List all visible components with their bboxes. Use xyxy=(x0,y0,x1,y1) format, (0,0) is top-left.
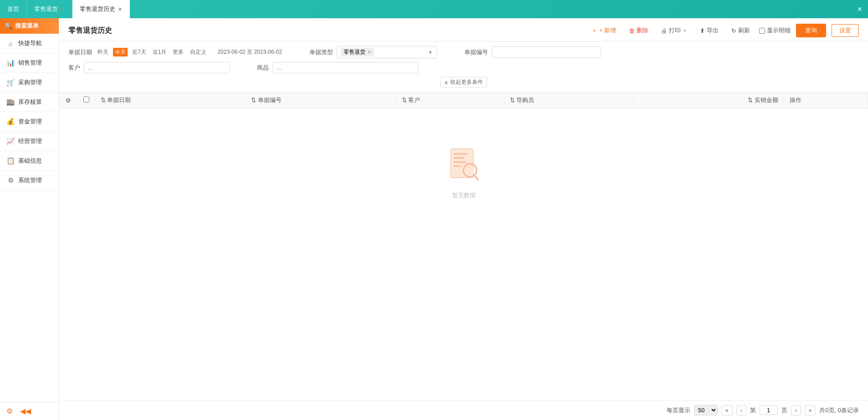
voucher-type-tag-close[interactable]: ✕ xyxy=(367,49,371,55)
basic-info-icon: 📋 xyxy=(6,157,15,165)
tab-retail-return-history[interactable]: 零售退货历史 ✕ xyxy=(72,0,130,18)
svg-point-7 xyxy=(466,166,474,174)
date-more[interactable]: 更多 xyxy=(171,48,185,56)
table-settings-icon[interactable]: ⚙ xyxy=(66,97,71,104)
add-button[interactable]: ＋ + 新增 xyxy=(588,25,620,36)
voucher-number-input[interactable] xyxy=(492,46,601,58)
operation-icon: 📈 xyxy=(6,137,15,145)
tab-retail-return-close[interactable]: ✕ xyxy=(61,6,65,12)
settings-button[interactable]: 设置 xyxy=(832,24,859,37)
pagination-last-btn[interactable]: » xyxy=(805,405,816,415)
collapse-button[interactable]: ∧ 收起更多条件 xyxy=(440,77,487,87)
goods-input[interactable] xyxy=(272,62,418,73)
page-suffix: 页 xyxy=(781,406,787,415)
system-icon: ⚙ xyxy=(6,176,15,184)
delete-button[interactable]: 🗑 删除 xyxy=(625,25,652,36)
sidebar-item-sales[interactable]: 📊 销售管理 xyxy=(0,53,59,73)
query-button[interactable]: 查询 xyxy=(796,24,826,37)
sidebar-footer: ⚙ ◀◀ xyxy=(0,402,59,420)
voucher-type-select[interactable]: 零售退货 ✕ ▼ xyxy=(337,46,437,58)
col-customer: ⇅ 客户 xyxy=(396,92,504,108)
window-controls: ✕ xyxy=(852,5,868,13)
col-guide: ⇅ 导购员 xyxy=(504,92,633,108)
voucher-type-dropdown-icon: ▼ xyxy=(428,50,433,55)
sidebar-item-system[interactable]: ⚙ 系统管理 xyxy=(0,171,59,190)
sidebar-item-system-label: 系统管理 xyxy=(18,176,42,184)
search-icon: 🔍 xyxy=(5,22,12,30)
sidebar-menu: ⌂ 快捷导航 📊 销售管理 🛒 采购管理 🏬 库存核算 💰 资金管理 📈 xyxy=(0,34,59,402)
sidebar-search[interactable]: 🔍 搜索菜单 xyxy=(0,18,59,34)
svg-rect-4 xyxy=(453,165,461,167)
table-header-row: ⚙ ⇅ 单据日期 ⇅ 单据编号 xyxy=(59,92,868,108)
sidebar-item-finance[interactable]: 💰 资金管理 xyxy=(0,112,59,132)
sidebar: 🔍 搜索菜单 ⌂ 快捷导航 📊 销售管理 🛒 采购管理 🏬 库存核算 💰 xyxy=(0,18,59,420)
date-custom[interactable]: 自定义 xyxy=(188,48,208,56)
sidebar-item-inventory[interactable]: 🏬 库存核算 xyxy=(0,92,59,112)
tab-list: 首页 零售退货 ✕ 零售退货历史 ✕ xyxy=(0,0,852,18)
audio-footer-icon[interactable]: ◀◀ xyxy=(20,407,31,415)
pagination-first-btn[interactable]: « xyxy=(721,405,733,415)
refresh-button[interactable]: ↻ 刷新 xyxy=(728,25,754,36)
page-title: 零售退货历史 xyxy=(68,26,112,36)
toolbar: ＋ + 新增 🗑 删除 🖨 打印 ▼ ⬆ 导出 ↻ xyxy=(588,24,859,37)
tab-retail-return-history-close[interactable]: ✕ xyxy=(118,6,122,12)
sidebar-item-operation[interactable]: 📈 经营管理 xyxy=(0,132,59,151)
sidebar-item-purchase[interactable]: 🛒 采购管理 xyxy=(0,73,59,92)
svg-rect-3 xyxy=(453,161,466,163)
filter-row-1: 单据日期 昨天 今天 近7天 近1月 更多 自定义 2023-06-02 至 2… xyxy=(68,46,859,58)
select-all-checkbox[interactable] xyxy=(83,97,89,102)
col-amount: ⇅ 实销金额 xyxy=(633,92,784,108)
empty-state: 暂无数据 xyxy=(59,108,868,218)
filter-voucher-number: 单据编号 xyxy=(464,46,601,58)
date-yesterday[interactable]: 昨天 xyxy=(96,48,110,56)
filter-voucher-type: 单据类型 零售退货 ✕ ▼ xyxy=(309,46,437,58)
settings-footer-icon[interactable]: ⚙ xyxy=(6,407,13,415)
filter-area: 单据日期 昨天 今天 近7天 近1月 更多 自定义 2023-06-02 至 2… xyxy=(59,41,868,92)
voucher-number-label: 单据编号 xyxy=(464,48,488,56)
sidebar-item-basic-info-label: 基础信息 xyxy=(18,157,42,165)
col-checkbox xyxy=(77,92,95,108)
date-range-value: 2023-06-02 至 2023-06-02 xyxy=(217,48,282,56)
export-icon: ⬆ xyxy=(700,27,705,34)
filter-goods: 商品 xyxy=(257,62,418,73)
sidebar-item-quick-nav-label: 快捷导航 xyxy=(18,39,42,47)
pagination-summary: 共0页, 0条记录 xyxy=(819,406,859,415)
window-close-icon[interactable]: ✕ xyxy=(857,5,863,13)
sidebar-search-label: 搜索菜单 xyxy=(15,22,39,30)
goods-label: 商品 xyxy=(257,64,269,72)
table-area: ⚙ ⇅ 单据日期 ⇅ 单据编号 xyxy=(59,92,868,400)
display-detail-checkbox-label[interactable]: 显示明细 xyxy=(759,26,791,35)
col-date: ⇅ 单据日期 xyxy=(95,92,246,108)
sidebar-item-quick-nav[interactable]: ⌂ 快捷导航 xyxy=(0,34,59,53)
filter-row-2: 客户 商品 xyxy=(68,62,859,73)
pagination-prev-btn[interactable]: ‹ xyxy=(736,405,746,415)
date-7days[interactable]: 近7天 xyxy=(130,48,148,56)
print-icon: 🖨 xyxy=(661,27,667,34)
tab-home[interactable]: 首页 xyxy=(0,0,27,18)
pagination-next-btn[interactable]: › xyxy=(791,405,801,415)
filter-date: 单据日期 昨天 今天 近7天 近1月 更多 自定义 xyxy=(68,48,208,56)
page-number-input[interactable] xyxy=(760,405,778,415)
col-action: 操作 xyxy=(784,92,868,108)
export-button[interactable]: ⬆ 导出 xyxy=(696,25,722,36)
customer-input[interactable] xyxy=(84,62,230,73)
col-number: ⇅ 单据编号 xyxy=(246,92,396,108)
purchase-icon: 🛒 xyxy=(6,78,15,87)
sidebar-item-finance-label: 资金管理 xyxy=(18,118,42,126)
display-detail-checkbox[interactable] xyxy=(759,28,765,34)
per-page-select[interactable]: 50 10 20 100 xyxy=(694,405,718,415)
tab-retail-return[interactable]: 零售退货 ✕ xyxy=(27,0,72,18)
inventory-icon: 🏬 xyxy=(6,98,15,106)
sidebar-item-basic-info[interactable]: 📋 基础信息 xyxy=(0,151,59,171)
empty-icon xyxy=(443,145,484,186)
sidebar-item-sales-label: 销售管理 xyxy=(18,59,42,67)
date-1month[interactable]: 近1月 xyxy=(151,48,169,56)
date-shortcuts: 昨天 今天 近7天 近1月 更多 自定义 xyxy=(96,48,208,56)
date-filter-label: 单据日期 xyxy=(68,48,92,56)
sidebar-item-operation-label: 经营管理 xyxy=(18,137,42,145)
data-table: ⚙ ⇅ 单据日期 ⇅ 单据编号 xyxy=(59,92,868,108)
refresh-icon: ↻ xyxy=(731,27,736,34)
svg-rect-1 xyxy=(453,153,467,155)
print-button[interactable]: 🖨 打印 ▼ xyxy=(657,25,691,36)
date-today[interactable]: 今天 xyxy=(113,48,128,56)
